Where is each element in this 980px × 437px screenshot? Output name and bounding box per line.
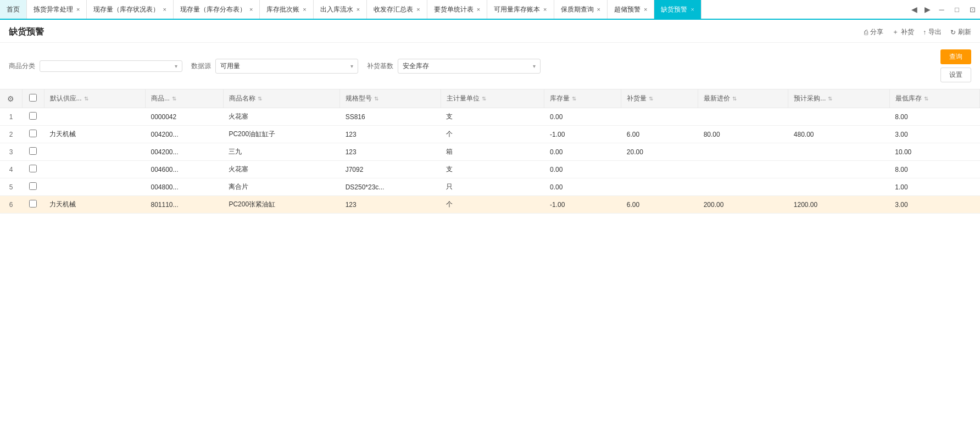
tab-close-expiry[interactable]: × bbox=[597, 6, 600, 13]
row-checkbox[interactable] bbox=[29, 182, 37, 190]
cell-checkbox[interactable] bbox=[22, 196, 44, 214]
main-content: 缺货预警 ⎙ 分享 ＋ 补货 ↑ 导出 ↻ 刷新 商品分类 bbox=[0, 20, 980, 437]
stock-sort-icon: ⇅ bbox=[572, 96, 576, 102]
table-row[interactable]: 2力天机械004200...PC200油缸缸子123个-1.006.0080.0… bbox=[0, 126, 980, 143]
settings-button[interactable]: 设置 bbox=[940, 68, 971, 82]
tab-close-purchase-stat[interactable]: × bbox=[477, 6, 480, 13]
share-label: 分享 bbox=[870, 27, 883, 37]
replenish-label: 补货 bbox=[901, 27, 914, 37]
th-est-purchase-label: 预计采购... bbox=[794, 94, 826, 103]
cell-checkbox[interactable] bbox=[22, 126, 44, 143]
th-replenish[interactable]: 补货量⇅ bbox=[621, 89, 698, 108]
cell-index: 5 bbox=[0, 178, 22, 196]
th-stock[interactable]: 库存量⇅ bbox=[544, 89, 621, 108]
table-row[interactable]: 3004200...三九123箱0.0020.0010.00 bbox=[0, 143, 980, 161]
tab-bar: 首页拣货异常处理×现存量（库存状况表）×现存量（库存分布表）×库存批次账×出入库… bbox=[0, 0, 980, 20]
tab-close-overstock[interactable]: × bbox=[644, 6, 647, 13]
cell-product-code: 004200... bbox=[145, 126, 223, 143]
cell-latest-price bbox=[698, 178, 788, 196]
refresh-action[interactable]: ↻ 刷新 bbox=[950, 27, 971, 37]
select-all-checkbox[interactable] bbox=[29, 94, 37, 102]
tab-shortage[interactable]: 缺货预警× bbox=[654, 0, 701, 19]
cell-min-stock: 8.00 bbox=[889, 161, 979, 178]
cell-checkbox[interactable] bbox=[22, 178, 44, 196]
tab-inout-flow[interactable]: 出入库流水× bbox=[314, 0, 367, 19]
cell-spec: 123 bbox=[340, 126, 441, 143]
th-est-purchase[interactable]: 预计采购...⇅ bbox=[788, 89, 889, 108]
cell-min-stock: 3.00 bbox=[889, 126, 979, 143]
cell-supplier bbox=[44, 178, 145, 196]
tab-abnormal[interactable]: 拣货异常处理× bbox=[27, 0, 87, 19]
tab-maximize-btn[interactable]: ⊡ bbox=[965, 5, 980, 14]
tab-purchase-stat[interactable]: 要货单统计表× bbox=[427, 0, 487, 19]
cell-stock: -1.00 bbox=[544, 126, 621, 143]
tab-expiry[interactable]: 保质期查询× bbox=[554, 0, 608, 19]
datasource-select[interactable]: 可用量 ▾ bbox=[215, 59, 358, 74]
cell-est-purchase bbox=[788, 161, 889, 178]
cell-product-name: 离合片 bbox=[223, 178, 339, 196]
tab-available[interactable]: 可用量库存账本× bbox=[487, 0, 554, 19]
export-action[interactable]: ↑ 导出 bbox=[923, 27, 942, 37]
th-product-code[interactable]: 商品...⇅ bbox=[145, 89, 223, 108]
cell-checkbox[interactable] bbox=[22, 108, 44, 126]
refresh-label: 刷新 bbox=[958, 27, 971, 37]
replenish-icon: ＋ bbox=[892, 27, 899, 37]
cell-latest-price bbox=[698, 108, 788, 126]
replenish-base-chevron: ▾ bbox=[533, 63, 536, 69]
est-purchase-sort-icon: ⇅ bbox=[828, 96, 832, 102]
tab-inventory-dist[interactable]: 现存量（库存分布表）× bbox=[174, 0, 260, 19]
cell-spec: SS816 bbox=[340, 108, 441, 126]
table-row[interactable]: 4004600...火花塞J7092支0.008.00 bbox=[0, 161, 980, 178]
tab-label-purchase-stat: 要货单统计表 bbox=[434, 5, 474, 14]
row-checkbox[interactable] bbox=[29, 130, 37, 137]
tab-nav-prev[interactable]: ◀ bbox=[907, 5, 921, 14]
th-product-name[interactable]: 商品名称⇅ bbox=[223, 89, 339, 108]
th-min-stock[interactable]: 最低库存⇅ bbox=[889, 89, 979, 108]
tab-label-inventory-status: 现存量（库存状况表） bbox=[93, 5, 159, 14]
th-supplier[interactable]: 默认供应...⇅ bbox=[44, 89, 145, 108]
cell-checkbox[interactable] bbox=[22, 143, 44, 161]
tab-restore-btn[interactable]: □ bbox=[949, 5, 965, 14]
th-product-name-label: 商品名称 bbox=[229, 94, 255, 103]
tab-label-inventory-dist: 现存量（库存分布表） bbox=[180, 5, 246, 14]
cell-stock: 0.00 bbox=[544, 178, 621, 196]
tab-close-abnormal[interactable]: × bbox=[76, 6, 80, 13]
th-settings[interactable]: ⚙ bbox=[0, 89, 22, 108]
category-select[interactable]: ▾ bbox=[40, 60, 182, 72]
cell-stock: -1.00 bbox=[544, 196, 621, 214]
data-table: ⚙ 默认供应...⇅ 商品...⇅ 商品名称⇅ 规格型号⇅ 主计量单位⇅ 库存量… bbox=[0, 89, 980, 214]
tab-close-receive-send[interactable]: × bbox=[416, 6, 420, 13]
tab-batch[interactable]: 库存批次账× bbox=[260, 0, 313, 19]
row-checkbox[interactable] bbox=[29, 200, 37, 208]
tab-close-inout-flow[interactable]: × bbox=[357, 6, 360, 13]
replenish-action[interactable]: ＋ 补货 bbox=[892, 27, 914, 37]
tab-receive-send[interactable]: 收发存汇总表× bbox=[367, 0, 427, 19]
th-unit[interactable]: 主计量单位⇅ bbox=[441, 89, 544, 108]
query-button[interactable]: 查询 bbox=[940, 49, 971, 64]
cell-stock: 0.00 bbox=[544, 108, 621, 126]
tab-inventory-status[interactable]: 现存量（库存状况表）× bbox=[87, 0, 173, 19]
tab-overstock[interactable]: 超储预警× bbox=[608, 0, 654, 19]
th-checkbox[interactable] bbox=[22, 89, 44, 108]
tab-close-inventory-status[interactable]: × bbox=[163, 6, 166, 13]
replenish-base-select[interactable]: 安全库存 ▾ bbox=[398, 59, 541, 74]
table-row[interactable]: 6力天机械801110...PC200张紧油缸123个-1.006.00200.… bbox=[0, 196, 980, 214]
tab-close-batch[interactable]: × bbox=[303, 6, 306, 13]
tab-home[interactable]: 首页 bbox=[0, 0, 27, 19]
th-spec[interactable]: 规格型号⇅ bbox=[340, 89, 441, 108]
tab-close-available[interactable]: × bbox=[543, 6, 547, 13]
tab-close-inventory-dist[interactable]: × bbox=[249, 6, 253, 13]
row-checkbox[interactable] bbox=[29, 147, 37, 155]
tab-minimize-btn[interactable]: ─ bbox=[934, 5, 949, 14]
tab-nav-next[interactable]: ▶ bbox=[921, 5, 934, 14]
th-latest-price[interactable]: 最新进价⇅ bbox=[698, 89, 788, 108]
table-row[interactable]: 10000042火花塞SS816支0.008.00 bbox=[0, 108, 980, 126]
share-action[interactable]: ⎙ 分享 bbox=[864, 27, 883, 37]
th-latest-price-label: 最新进价 bbox=[704, 94, 730, 103]
cell-checkbox[interactable] bbox=[22, 161, 44, 178]
cell-latest-price: 80.00 bbox=[698, 126, 788, 143]
row-checkbox[interactable] bbox=[29, 165, 37, 172]
row-checkbox[interactable] bbox=[29, 112, 37, 120]
tab-close-shortage[interactable]: × bbox=[691, 6, 694, 13]
table-row[interactable]: 5004800...离合片DS250*23c...只0.001.00 bbox=[0, 178, 980, 196]
